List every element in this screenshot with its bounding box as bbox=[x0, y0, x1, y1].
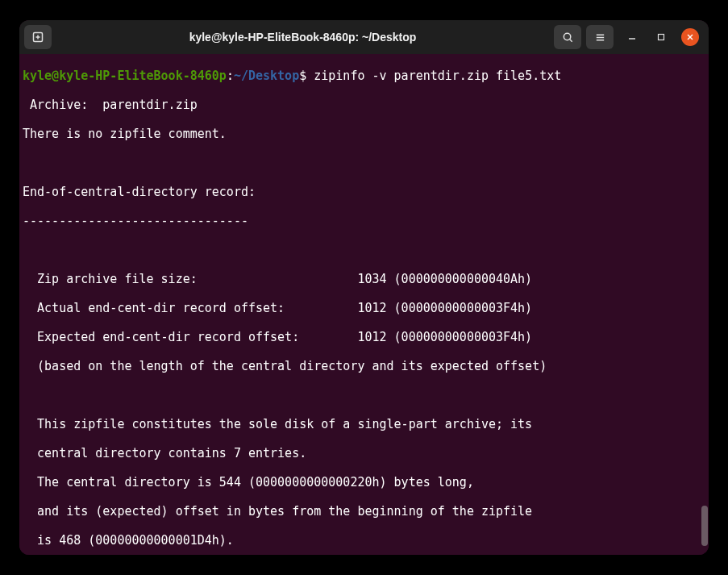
minimize-button[interactable] bbox=[623, 28, 641, 46]
svg-point-3 bbox=[564, 33, 570, 40]
prompt-line: kyle@kyle-HP-EliteBook-8460p:~/Desktop$ … bbox=[23, 69, 705, 83]
svg-line-4 bbox=[569, 39, 572, 41]
prompt-path: ~/Desktop bbox=[234, 69, 299, 83]
terminal-window: kyle@kyle-HP-EliteBook-8460p: ~/Desktop bbox=[19, 20, 709, 555]
output-line bbox=[23, 388, 705, 402]
new-tab-button[interactable] bbox=[24, 25, 52, 49]
output-line: End-of-central-directory record: bbox=[23, 185, 705, 199]
output-line bbox=[23, 156, 705, 170]
close-button[interactable] bbox=[681, 28, 699, 46]
command-text: zipinfo -v parentdir.zip file5.txt bbox=[314, 69, 561, 83]
output-line: ------------------------------- bbox=[23, 214, 705, 228]
output-line: Archive: parentdir.zip bbox=[23, 98, 705, 112]
output-line: Expected end-cent-dir record offset: 101… bbox=[23, 330, 705, 344]
output-line: (based on the length of the central dire… bbox=[23, 359, 705, 373]
search-button[interactable] bbox=[554, 25, 581, 49]
output-line: is 468 (00000000000001D4h). bbox=[23, 533, 705, 548]
output-line: central directory contains 7 entries. bbox=[23, 446, 705, 460]
scrollbar-thumb[interactable] bbox=[701, 506, 708, 546]
scrollbar[interactable] bbox=[700, 54, 708, 555]
prompt-separator: : bbox=[227, 69, 234, 83]
output-line: and its (expected) offset in bytes from … bbox=[23, 504, 705, 519]
window-title: kyle@kyle-HP-EliteBook-8460p: ~/Desktop bbox=[56, 31, 549, 44]
window-controls bbox=[618, 28, 704, 46]
svg-rect-9 bbox=[659, 35, 664, 40]
output-line: There is no zipfile comment. bbox=[23, 127, 705, 141]
terminal-viewport[interactable]: kyle@kyle-HP-EliteBook-8460p:~/Desktop$ … bbox=[19, 54, 709, 555]
prompt-user-host: kyle@kyle-HP-EliteBook-8460p bbox=[23, 69, 227, 83]
prompt-dollar: $ bbox=[299, 69, 314, 83]
titlebar: kyle@kyle-HP-EliteBook-8460p: ~/Desktop bbox=[19, 20, 709, 54]
output-line: Actual end-cent-dir record offset: 1012 … bbox=[23, 301, 705, 315]
output-line bbox=[23, 243, 705, 257]
output-line: The central directory is 544 (0000000000… bbox=[23, 475, 705, 490]
maximize-button[interactable] bbox=[652, 28, 670, 46]
output-line: Zip archive file size: 1034 (00000000000… bbox=[23, 272, 705, 286]
output-line: This zipfile constitutes the sole disk o… bbox=[23, 417, 705, 431]
hamburger-menu-button[interactable] bbox=[586, 25, 614, 49]
